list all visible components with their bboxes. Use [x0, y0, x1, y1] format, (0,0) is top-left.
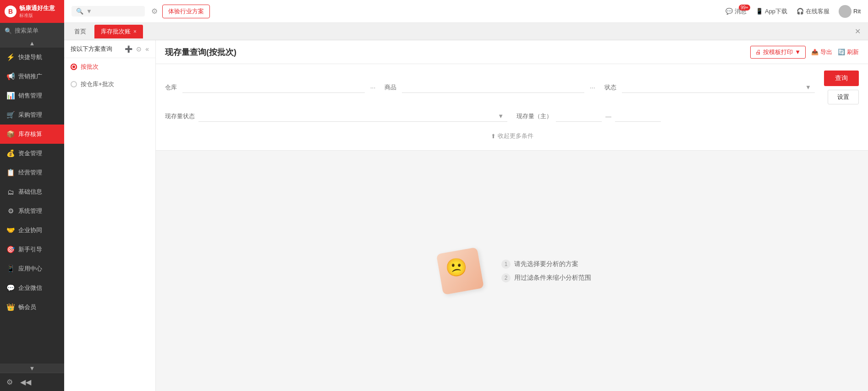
- topbar-dropdown[interactable]: ▼: [86, 8, 92, 15]
- operations-icon: 📋: [6, 168, 15, 177]
- add-filter-icon[interactable]: ➕: [125, 45, 132, 53]
- inventory-status-dropdown[interactable]: ▼: [198, 111, 507, 122]
- wechat-icon: 💬: [6, 284, 15, 292]
- print-button[interactable]: 🖨 按模板打印 ▼: [750, 46, 806, 59]
- filter-row-1: 仓库 ··· 商品 ··· 状态 ▼: [165, 71, 859, 104]
- sidebar-item-purchase[interactable]: 🛒 采购管理: [0, 105, 64, 125]
- filter-option-batch[interactable]: 按批次: [64, 58, 155, 76]
- app-version: 标准版: [19, 12, 55, 19]
- message-badge: 99+: [739, 5, 750, 11]
- hint-item-1: 1 请先选择要分析的方案: [501, 260, 591, 269]
- collapse-sidebar-icon[interactable]: ◀◀: [20, 378, 31, 386]
- refresh-button[interactable]: 🔄 刷新: [838, 48, 859, 56]
- sidebar-item-label: 库存核算: [18, 130, 42, 138]
- empty-state: 😕 1 请先选择要分析的方案 2 用过滤条件来缩小分析范围: [156, 151, 868, 391]
- guide-icon: 🎯: [6, 245, 15, 254]
- tab-active-label: 库存批次账: [101, 27, 131, 36]
- status-dropdown[interactable]: ▼: [622, 82, 815, 93]
- topbar-search[interactable]: 🔍 ▼: [71, 6, 145, 16]
- filter-row-2: 现存量状态 ▼ 现存量（主） —: [165, 111, 859, 122]
- sidebar-item-collab[interactable]: 🤝 企业协同: [0, 221, 64, 240]
- sidebar-item-quick[interactable]: ⚡ 快捷导航: [0, 48, 64, 67]
- print-icon: 🖨: [755, 49, 761, 55]
- collapse-label: 收起更多条件: [498, 132, 533, 140]
- print-dropdown-icon[interactable]: ▼: [795, 49, 801, 55]
- sales-icon: 📊: [6, 92, 15, 100]
- online-service-label: 在线客服: [806, 7, 830, 16]
- sidebar-item-finance[interactable]: 💰 资金管理: [0, 144, 64, 163]
- finance-icon: 💰: [6, 149, 15, 157]
- sidebar-item-apps[interactable]: 📱 应用中心: [0, 259, 64, 278]
- status-dropdown-icon: ▼: [805, 84, 811, 91]
- export-button[interactable]: 📤 导出: [811, 48, 832, 56]
- quick-icon: ⚡: [6, 53, 15, 61]
- query-button[interactable]: 查询: [824, 71, 859, 86]
- inventory-qty-max-input[interactable]: [615, 111, 661, 122]
- print-label: 按模板打印: [763, 48, 793, 56]
- sidebar-item-sales[interactable]: 📊 销售管理: [0, 86, 64, 105]
- sidebar-item-operations[interactable]: 📋 经营管理: [0, 163, 64, 182]
- sidebar-item-marketing[interactable]: 📢 营销推广: [0, 67, 64, 86]
- hint-2-num: 2: [501, 273, 511, 282]
- tab-close-button[interactable]: ×: [133, 28, 137, 35]
- sidebar-item-label: 系统管理: [18, 207, 42, 215]
- sidebar-item-wechat[interactable]: 💬 企业微信: [0, 278, 64, 298]
- sidebar-item-basic[interactable]: 🗂 基础信息: [0, 182, 64, 201]
- scroll-up-button[interactable]: ▲: [0, 38, 64, 48]
- basic-icon: 🗂: [6, 188, 15, 196]
- sidebar-item-label: 畅会员: [18, 303, 36, 311]
- topbar-settings-icon[interactable]: ⚙: [151, 7, 158, 16]
- messages-button[interactable]: 💬 消息 99+: [725, 7, 747, 16]
- filter-icons: ➕ ⊙ «: [125, 45, 149, 53]
- inventory-qty-min-input[interactable]: [556, 111, 602, 122]
- tab-bar: 首页 库存批次账 × ✕: [64, 23, 868, 40]
- warehouse-more[interactable]: ···: [370, 84, 376, 91]
- warehouse-input[interactable]: [182, 82, 365, 93]
- search-menu[interactable]: 🔍 搜索菜单: [0, 23, 64, 38]
- query-header: 现存量查询(按批次) 🖨 按模板打印 ▼ 📤 导出 🔄 刷新: [156, 40, 868, 64]
- product-input[interactable]: [402, 82, 584, 93]
- filter-option-warehouse-batch[interactable]: 按仓库+批次: [64, 76, 155, 93]
- sidebar-item-system[interactable]: ⚙ 系统管理: [0, 201, 64, 221]
- sidebar-item-label: 销售管理: [18, 92, 42, 100]
- inventory-status-dropdown-icon: ▼: [498, 113, 504, 119]
- online-service-button[interactable]: 🎧 在线客服: [797, 7, 830, 16]
- filter-radio-warehouse-batch: [71, 81, 77, 87]
- radio-inner: [71, 64, 77, 70]
- settings-filter-icon[interactable]: ⊙: [136, 45, 142, 53]
- warehouse-field: 仓库 ···: [165, 82, 375, 93]
- sidebar-item-label: 新手引导: [18, 245, 42, 254]
- collapse-bar[interactable]: ⬆ 收起更多条件: [165, 128, 859, 144]
- headset-icon: 🎧: [797, 8, 804, 15]
- username: Rit: [853, 8, 861, 15]
- app-download-icon: 📱: [756, 8, 763, 15]
- query-area: 现存量查询(按批次) 🖨 按模板打印 ▼ 📤 导出 🔄 刷新: [156, 40, 868, 391]
- user-profile[interactable]: Rit: [839, 5, 861, 18]
- refresh-icon: 🔄: [838, 49, 845, 55]
- apps-icon: 📱: [6, 265, 15, 273]
- sidebar: B 畅康通好生意 标准版 🔍 搜索菜单 ▲ ⚡ 快捷导航 📢 营销推广 📊 销售…: [0, 0, 64, 391]
- sidebar-item-inventory[interactable]: 📦 库存核算: [0, 125, 64, 144]
- tab-inventory-batch[interactable]: 库存批次账 ×: [94, 25, 143, 38]
- tab-home[interactable]: 首页: [68, 25, 93, 38]
- settings-icon[interactable]: ⚙: [6, 378, 13, 386]
- message-icon: 💬: [725, 8, 733, 15]
- collapse-filter-icon[interactable]: «: [145, 45, 149, 53]
- hint-2-text: 用过滤条件来缩小分析范围: [514, 274, 591, 282]
- inventory-qty-label: 现存量（主）: [516, 112, 552, 120]
- filter-form: 仓库 ··· 商品 ··· 状态 ▼: [156, 64, 868, 151]
- scroll-down-button[interactable]: ▼: [0, 364, 64, 373]
- experience-button[interactable]: 体验行业方案: [162, 5, 210, 18]
- panel-close-button[interactable]: ✕: [851, 27, 864, 36]
- sidebar-item-member[interactable]: 👑 畅会员: [0, 298, 64, 317]
- filter-option-warehouse-batch-label: 按仓库+批次: [81, 80, 114, 88]
- app-download-button[interactable]: 📱 App下载: [756, 7, 787, 16]
- collab-icon: 🤝: [6, 226, 15, 234]
- sidebar-item-guide[interactable]: 🎯 新手引导: [0, 240, 64, 259]
- sidebar-item-label: 快捷导航: [18, 53, 42, 61]
- product-more[interactable]: ···: [590, 84, 595, 91]
- sidebar-footer: ⚙ ◀◀: [0, 373, 64, 391]
- search-icon: 🔍: [5, 27, 12, 34]
- settings-button[interactable]: 设置: [828, 90, 859, 104]
- inventory-qty-field: 现存量（主） —: [516, 111, 859, 122]
